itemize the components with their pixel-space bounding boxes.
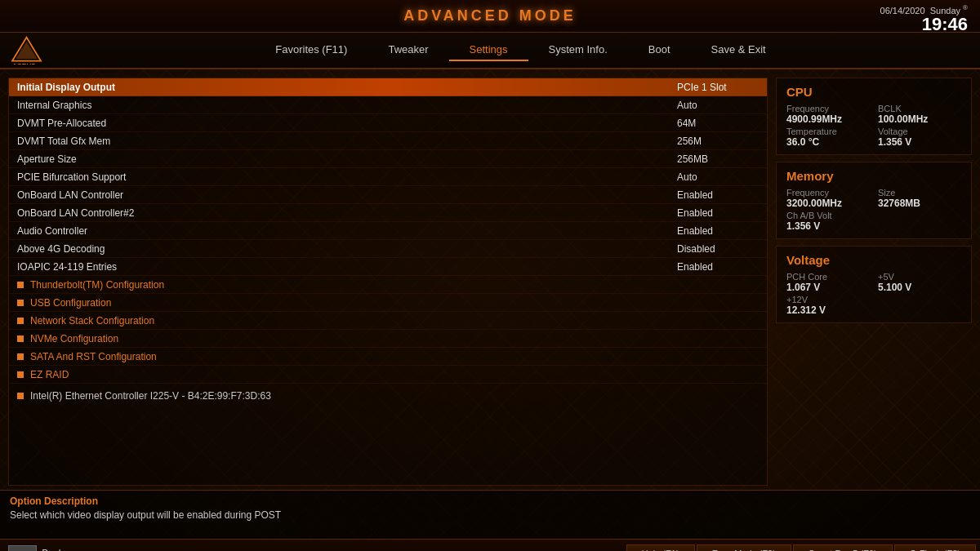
nav-save-exit[interactable]: Save & Exit bbox=[691, 39, 786, 61]
memory-section: Memory Frequency 3200.00MHz Size 32768MB… bbox=[776, 162, 972, 239]
svg-text:AORUS: AORUS bbox=[12, 62, 35, 64]
description-text: Select which video display output will b… bbox=[10, 509, 970, 521]
volt-12v-label: +12V bbox=[786, 295, 961, 304]
ethernet-info-text: Intel(R) Ethernet Controller I225-V - B4… bbox=[30, 390, 271, 402]
mem-freq-value: 3200.00MHz bbox=[786, 198, 870, 209]
mem-chvolt-label: Ch A/B Volt bbox=[786, 211, 961, 220]
volt-5v-label: +5V bbox=[878, 272, 961, 282]
settings-table: Initial Display Output PCIe 1 Slot Inter… bbox=[9, 78, 767, 408]
volt-12v-value: 12.312 V bbox=[786, 304, 961, 316]
cpu-temp-label: Temperature bbox=[786, 127, 870, 136]
bullet-icon bbox=[17, 335, 24, 342]
main-content: Initial Display Output PCIe 1 Slot Inter… bbox=[0, 69, 980, 490]
bullet-icon bbox=[17, 300, 24, 306]
system-info-panel: CPU Frequency 4900.99MHz BCLK 100.00MHz … bbox=[776, 78, 972, 486]
aorus-logo-icon: AORUS bbox=[8, 36, 45, 64]
qflash-button[interactable]: Q-Flash (F8) bbox=[894, 544, 976, 551]
smart-fan-button[interactable]: Smart Fan 5 (F6) bbox=[793, 544, 893, 551]
description-title: Option Description bbox=[10, 495, 970, 507]
nav-favorites[interactable]: Favorites (F11) bbox=[255, 39, 368, 61]
cpu-temp-value: 36.0 °C bbox=[786, 136, 870, 148]
cpu-freq-value: 4900.99MHz bbox=[786, 113, 870, 125]
bullet-icon bbox=[17, 318, 24, 324]
description-panel: Option Description Select which video di… bbox=[0, 490, 980, 539]
cpu-bclk-value: 100.00MHz bbox=[878, 113, 961, 125]
row-onboard-lan[interactable]: OnBoard LAN Controller Enabled bbox=[9, 186, 767, 204]
toolbar-buttons: Help (F1) Easy Mode (F2) Smart Fan 5 (F6… bbox=[626, 544, 976, 551]
mem-size-label: Size bbox=[878, 188, 961, 198]
logo: AORUS bbox=[8, 36, 45, 64]
cpu-section: CPU Frequency 4900.99MHz BCLK 100.00MHz … bbox=[776, 78, 972, 155]
bullet-icon bbox=[17, 353, 24, 360]
page-title: ADVANCED MODE bbox=[403, 7, 577, 24]
row-initial-display[interactable]: Initial Display Output PCIe 1 Slot bbox=[9, 78, 767, 96]
link-sata-rst[interactable]: SATA And RST Configuration bbox=[9, 348, 767, 366]
cpu-volt-label: Voltage bbox=[878, 127, 961, 136]
link-nvme[interactable]: NVMe Configuration bbox=[9, 330, 767, 348]
back-label: Back bbox=[42, 548, 64, 551]
cpu-freq-label: Frequency bbox=[786, 104, 870, 113]
cpu-bclk-label: BCLK bbox=[878, 104, 961, 113]
voltage-title: Voltage bbox=[786, 253, 961, 267]
volt-pch-label: PCH Core bbox=[786, 272, 870, 282]
nav-boot[interactable]: Boot bbox=[628, 39, 691, 61]
row-internal-graphics[interactable]: Internal Graphics Auto bbox=[9, 96, 767, 114]
mem-size-value: 32768MB bbox=[878, 198, 961, 209]
easy-mode-button[interactable]: Easy Mode (F2) bbox=[697, 544, 791, 551]
cpu-title: CPU bbox=[786, 85, 961, 99]
row-pcie-bif[interactable]: PCIE Bifurcation Support Auto bbox=[9, 168, 767, 186]
ethernet-info-row: Intel(R) Ethernet Controller I225-V - B4… bbox=[9, 384, 767, 408]
time-display: 19:46 bbox=[880, 16, 968, 33]
row-ioapic[interactable]: IOAPIC 24-119 Entries Enabled bbox=[9, 258, 767, 276]
memory-title: Memory bbox=[786, 169, 961, 183]
esc-button[interactable]: esc bbox=[8, 545, 37, 551]
cpu-volt-value: 1.356 V bbox=[878, 136, 961, 148]
ethernet-bullet-icon bbox=[17, 393, 24, 399]
nav-sysinfo[interactable]: System Info. bbox=[528, 39, 628, 61]
row-audio[interactable]: Audio Controller Enabled bbox=[9, 222, 767, 240]
bottom-toolbar: esc Back Help (F1) Easy Mode (F2) Smart … bbox=[0, 539, 980, 551]
header: ADVANCED MODE 06/14/2020 Sunday ® 19:46 bbox=[0, 0, 980, 33]
bullet-icon bbox=[17, 282, 24, 288]
nav-menu: Favorites (F11) Tweaker Settings System … bbox=[61, 39, 980, 61]
link-thunderbolt[interactable]: Thunderbolt(TM) Configuration bbox=[9, 276, 767, 294]
navbar: AORUS Favorites (F11) Tweaker Settings S… bbox=[0, 33, 980, 69]
nav-settings[interactable]: Settings bbox=[449, 39, 528, 61]
settings-panel: Initial Display Output PCIe 1 Slot Inter… bbox=[8, 78, 768, 486]
row-dvmt-pre[interactable]: DVMT Pre-Allocated 64M bbox=[9, 114, 767, 132]
row-aperture[interactable]: Aperture Size 256MB bbox=[9, 150, 767, 168]
link-usb[interactable]: USB Configuration bbox=[9, 294, 767, 312]
help-button[interactable]: Help (F1) bbox=[626, 544, 695, 551]
bullet-icon bbox=[17, 371, 24, 378]
row-above4g[interactable]: Above 4G Decoding Disabled bbox=[9, 240, 767, 258]
voltage-section: Voltage PCH Core 1.067 V +5V 5.100 V +12… bbox=[776, 246, 972, 323]
volt-pch-value: 1.067 V bbox=[786, 282, 870, 293]
link-network-stack[interactable]: Network Stack Configuration bbox=[9, 312, 767, 330]
nav-tweaker[interactable]: Tweaker bbox=[368, 39, 448, 61]
row-dvmt-total[interactable]: DVMT Total Gfx Mem 256M bbox=[9, 132, 767, 150]
datetime: 06/14/2020 Sunday ® 19:46 bbox=[880, 4, 968, 33]
volt-5v-value: 5.100 V bbox=[878, 282, 961, 293]
link-ez-raid[interactable]: EZ RAID bbox=[9, 366, 767, 384]
mem-chvolt-value: 1.356 V bbox=[786, 220, 961, 232]
mem-freq-label: Frequency bbox=[786, 188, 870, 198]
row-onboard-lan2[interactable]: OnBoard LAN Controller#2 Enabled bbox=[9, 204, 767, 222]
